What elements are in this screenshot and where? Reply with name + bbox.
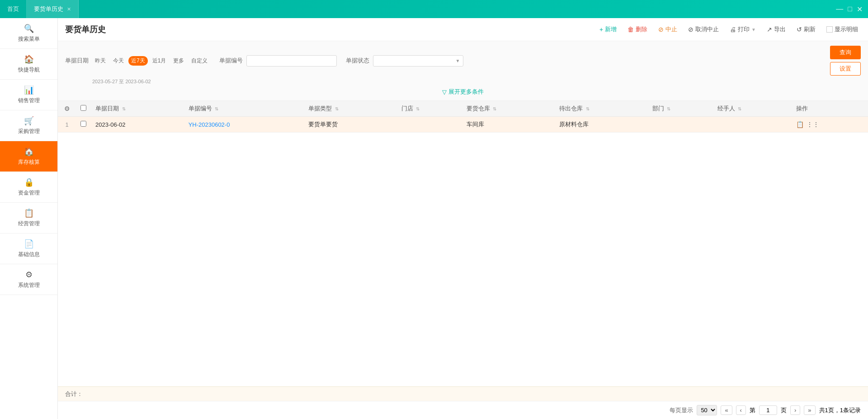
status-select[interactable] — [373, 55, 463, 67]
sidebar-item-ops-label: 经营管理 — [18, 220, 40, 228]
col-pending-warehouse-sort[interactable]: ⇅ — [586, 106, 590, 111]
first-page-button[interactable]: « — [721, 405, 732, 415]
print-dropdown-icon: ▼ — [751, 27, 756, 32]
basic-info-icon: 📄 — [24, 239, 34, 249]
window-actions: — □ ✕ — [836, 5, 868, 14]
sidebar-item-inventory[interactable]: 🏠 库存核算 — [0, 141, 57, 172]
new-button[interactable]: + 新增 — [597, 24, 619, 35]
prev-page-button[interactable]: ‹ — [736, 405, 746, 415]
show-detail-checkbox — [826, 26, 833, 33]
ops-icon: 📋 — [24, 208, 34, 218]
date-custom[interactable]: 自定义 — [189, 56, 210, 66]
minimize-button[interactable]: — — [836, 5, 843, 13]
bill-no-label: 单据编号 — [219, 57, 243, 65]
filter-buttons: 查询 设置 — [830, 46, 861, 76]
row-pending-warehouse: 原材料仓库 — [555, 117, 648, 133]
expand-more[interactable]: ▽ 展开更多条件 — [65, 88, 861, 96]
tab-home[interactable]: 首页 — [0, 0, 27, 18]
col-req-warehouse-sort[interactable]: ⇅ — [493, 106, 496, 111]
refresh-label: 刷新 — [804, 25, 816, 33]
cancel-stop-label: 取消中止 — [695, 25, 719, 33]
last-page-button[interactable]: » — [804, 405, 815, 415]
export-button[interactable]: ↗ 导出 — [764, 24, 788, 35]
sidebar-item-finance[interactable]: 🔒 资金管理 — [0, 172, 57, 203]
col-dept-label: 部门 — [652, 105, 664, 112]
stop-label: 中止 — [665, 25, 677, 33]
sidebar-item-sales[interactable]: 📊 销售管理 — [0, 80, 57, 110]
date-today[interactable]: 今天 — [110, 56, 127, 66]
sidebar-item-quick-nav-label: 快捷导航 — [18, 66, 40, 74]
print-icon: 🖨 — [730, 26, 736, 33]
row-num: 1 — [58, 117, 76, 133]
sidebar-item-search-label: 搜索菜单 — [18, 35, 40, 43]
per-page-select[interactable]: 50 — [697, 405, 717, 415]
next-page-button[interactable]: › — [790, 405, 800, 415]
bill-no-link[interactable]: YH-20230602-0 — [189, 121, 230, 128]
sidebar-item-system[interactable]: ⚙ 系统管理 — [0, 264, 57, 295]
row-edit-icon[interactable]: 📋 — [796, 121, 804, 128]
bill-no-filter-group: 单据编号 — [219, 55, 337, 67]
tab-close-icon[interactable]: ✕ — [67, 6, 71, 12]
col-date-sort[interactable]: ⇅ — [122, 106, 126, 111]
col-bill-no-sort[interactable]: ⇅ — [215, 106, 218, 111]
print-button[interactable]: 🖨 打印 ▼ — [727, 24, 759, 35]
sidebar-item-purchase[interactable]: 🛒 采购管理 — [0, 110, 57, 141]
search-menu-icon: 🔍 — [24, 24, 34, 33]
sidebar-item-basic-info[interactable]: 📄 基础信息 — [0, 233, 57, 264]
refresh-button[interactable]: ↺ 刷新 — [794, 24, 818, 35]
sidebar-item-sales-label: 销售管理 — [18, 97, 40, 105]
page-title: 要货单历史 — [65, 24, 106, 35]
print-label: 打印 — [738, 25, 750, 33]
page-input[interactable] — [759, 405, 777, 415]
cancel-stop-button[interactable]: ⊘ 取消中止 — [685, 24, 722, 35]
table-header: ⚙ 单据日期 ⇅ 单据编号 ⇅ — [58, 101, 868, 117]
content-area: 要货单历史 + 新增 🗑 删除 ⊘ 中止 ⊘ 取消中止 — [58, 18, 868, 419]
col-store-label: 门店 — [401, 105, 413, 112]
row-dept — [648, 117, 713, 133]
row-checkbox[interactable] — [80, 121, 86, 127]
sidebar-item-search-menu[interactable]: 🔍 搜索菜单 — [0, 18, 57, 49]
table-settings-icon[interactable]: ⚙ — [64, 105, 70, 112]
sidebar-item-purchase-label: 采购管理 — [18, 128, 40, 135]
query-button[interactable]: 查询 — [830, 46, 861, 59]
sidebar-item-ops[interactable]: 📋 经营管理 — [0, 203, 57, 233]
show-detail-button[interactable]: 显示明细 — [824, 24, 861, 35]
row-handler — [713, 117, 792, 133]
delete-button[interactable]: 🗑 删除 — [625, 24, 650, 35]
table-area: ⚙ 单据日期 ⇅ 单据编号 ⇅ — [58, 101, 868, 386]
col-handler-label: 经手人 — [717, 105, 735, 112]
col-dept-sort[interactable]: ⇅ — [667, 106, 670, 111]
row-checkbox-cell — [76, 117, 91, 133]
close-button[interactable]: ✕ — [857, 5, 863, 14]
main-layout: 🔍 搜索菜单 🏠 快捷导航 📊 销售管理 🛒 采购管理 🏠 库存核算 🔒 资金管… — [0, 18, 868, 419]
table-body: 1 2023-06-02 YH-20230602-0 要货单要货 车间库 原材料… — [58, 117, 868, 133]
date-more[interactable]: 更多 — [170, 56, 187, 66]
sidebar-item-quick-nav[interactable]: 🏠 快捷导航 — [0, 49, 57, 80]
top-bar: 首页 要货单历史 ✕ — □ ✕ — [0, 0, 868, 18]
col-req-warehouse: 要货仓库 ⇅ — [462, 101, 555, 117]
new-icon: + — [599, 26, 603, 33]
sidebar-item-system-label: 系统管理 — [18, 281, 40, 289]
stop-button[interactable]: ⊘ 中止 — [656, 24, 680, 35]
delete-label: 删除 — [636, 25, 647, 33]
filter-settings-button[interactable]: 设置 — [830, 62, 861, 76]
date-1month[interactable]: 近1月 — [150, 56, 169, 66]
bill-no-input[interactable] — [246, 55, 337, 67]
table-row[interactable]: 1 2023-06-02 YH-20230602-0 要货单要货 车间库 原材料… — [58, 117, 868, 133]
col-bill-type-sort[interactable]: ⇅ — [335, 106, 339, 111]
total-info: 共1页，1条记录 — [819, 406, 861, 414]
filter-row-date-range: 2023-05-27 至 2023-06-02 — [65, 78, 861, 85]
row-detail-icon[interactable]: ⋮⋮ — [807, 121, 819, 128]
summary-label: 合计： — [65, 390, 83, 398]
col-store-sort[interactable]: ⇅ — [416, 106, 420, 111]
tab-order-history[interactable]: 要货单历史 ✕ — [27, 0, 79, 18]
select-all-checkbox[interactable] — [80, 105, 86, 111]
col-pending-warehouse: 待出仓库 ⇅ — [555, 101, 648, 117]
date-yesterday[interactable]: 昨天 — [92, 56, 108, 66]
page-header: 要货单历史 + 新增 🗑 删除 ⊘ 中止 ⊘ 取消中止 — [58, 18, 868, 41]
date-7days[interactable]: 近7天 — [128, 56, 148, 66]
col-checkbox — [76, 101, 91, 117]
col-handler-sort[interactable]: ⇅ — [738, 106, 741, 111]
row-date: 2023-06-02 — [91, 117, 184, 133]
maximize-button[interactable]: □ — [848, 5, 852, 13]
